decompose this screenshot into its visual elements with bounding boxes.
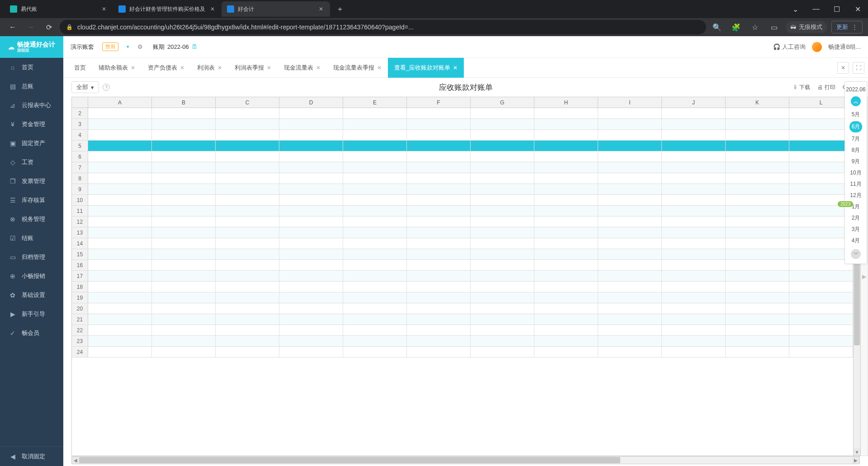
cell[interactable] (343, 292, 407, 303)
cell[interactable] (534, 227, 598, 238)
cell[interactable] (662, 347, 726, 357)
browser-tab[interactable]: 易代账 ✕ (5, 1, 113, 17)
cell[interactable] (662, 336, 726, 346)
cell[interactable] (662, 227, 726, 238)
cell[interactable] (789, 249, 853, 259)
cell[interactable] (343, 314, 407, 325)
cell[interactable] (152, 238, 216, 249)
cell[interactable] (216, 141, 279, 151)
sidebar-item[interactable]: ❐发票管理 (0, 172, 63, 191)
close-icon[interactable]: ✕ (316, 65, 321, 71)
filter-dropdown[interactable]: 全部 ▾ (71, 81, 99, 93)
cell[interactable] (152, 173, 216, 184)
row-header[interactable]: 2 (72, 108, 88, 118)
cell[interactable] (152, 347, 216, 357)
cell[interactable] (407, 282, 471, 292)
row-header[interactable]: 24 (72, 347, 88, 357)
close-icon[interactable]: ✕ (317, 5, 325, 13)
cell[interactable] (152, 184, 216, 194)
cell[interactable] (789, 303, 853, 314)
cell[interactable] (88, 206, 152, 216)
table-row[interactable]: 5 (72, 141, 853, 151)
cell[interactable] (662, 314, 726, 325)
cell[interactable] (598, 271, 662, 281)
cell[interactable] (88, 151, 152, 162)
cell[interactable] (279, 336, 343, 346)
cell[interactable] (789, 227, 853, 238)
cell[interactable] (152, 282, 216, 292)
cell[interactable] (534, 130, 598, 140)
cell[interactable] (662, 119, 726, 129)
table-row[interactable]: 8 (72, 173, 853, 184)
sidebar-item[interactable]: ¥资金管理 (0, 115, 63, 134)
sidebar-item[interactable]: ✿基础设置 (0, 286, 63, 305)
month-item[interactable]: 12月 (845, 190, 867, 201)
row-header[interactable]: 3 (72, 119, 88, 129)
cell[interactable] (152, 108, 216, 118)
cell[interactable] (726, 206, 789, 216)
cell[interactable] (343, 325, 407, 335)
maximize-button[interactable]: ☐ (826, 0, 847, 18)
sidebar-item[interactable]: ▶新手引导 (0, 305, 63, 324)
cell[interactable] (662, 184, 726, 194)
cell[interactable] (407, 292, 471, 303)
table-row[interactable]: 7 (72, 162, 853, 173)
cell[interactable] (343, 108, 407, 118)
cell[interactable] (789, 260, 853, 270)
cell[interactable] (88, 271, 152, 281)
cell[interactable] (88, 347, 152, 357)
forward-button[interactable]: → (24, 20, 38, 34)
cell[interactable] (471, 336, 534, 346)
cell[interactable] (662, 141, 726, 151)
cell[interactable] (789, 336, 853, 346)
cell[interactable] (471, 227, 534, 238)
cell[interactable] (88, 130, 152, 140)
cell[interactable] (534, 314, 598, 325)
cell[interactable] (598, 173, 662, 184)
extension-icon[interactable]: 🧩 (729, 20, 743, 34)
cell[interactable] (726, 173, 789, 184)
cell[interactable] (152, 303, 216, 314)
month-item[interactable]: 11月 (845, 179, 867, 190)
cell[interactable] (279, 173, 343, 184)
month-item[interactable]: 7月 (845, 133, 867, 145)
table-row[interactable]: 11 (72, 206, 853, 217)
cell[interactable] (534, 325, 598, 335)
scroll-up-button[interactable]: ︽ (851, 96, 861, 106)
cell[interactable] (407, 249, 471, 259)
cell[interactable] (343, 162, 407, 173)
cell[interactable] (471, 119, 534, 129)
cell[interactable] (662, 249, 726, 259)
cell[interactable] (279, 260, 343, 270)
cell[interactable] (407, 303, 471, 314)
cell[interactable] (534, 195, 598, 205)
cell[interactable] (279, 271, 343, 281)
cell[interactable] (216, 162, 279, 173)
cell[interactable] (216, 271, 279, 281)
app-logo[interactable]: ☁ 畅捷通好会计 旗舰版 (0, 36, 63, 58)
cell[interactable] (216, 314, 279, 325)
cell[interactable] (726, 271, 789, 281)
cell[interactable] (726, 260, 789, 270)
table-row[interactable]: 16 (72, 260, 853, 271)
doc-tab[interactable]: 现金流量表季报✕ (327, 58, 388, 78)
horizontal-scrollbar[interactable]: ◀ ▶ (71, 456, 860, 464)
row-header[interactable]: 9 (72, 184, 88, 194)
cell[interactable] (343, 141, 407, 151)
cell[interactable] (662, 195, 726, 205)
column-header[interactable]: B (152, 97, 216, 108)
cell[interactable] (343, 130, 407, 140)
cell[interactable] (407, 271, 471, 281)
cell[interactable] (152, 271, 216, 281)
cell[interactable] (598, 260, 662, 270)
zoom-icon[interactable]: 🔍 (710, 20, 724, 34)
cell[interactable] (343, 249, 407, 259)
cell[interactable] (598, 206, 662, 216)
cell[interactable] (216, 238, 279, 249)
cell[interactable] (471, 162, 534, 173)
cell[interactable] (534, 303, 598, 314)
cell[interactable] (471, 108, 534, 118)
new-tab-button[interactable]: ＋ (334, 3, 346, 15)
cell[interactable] (216, 292, 279, 303)
column-header[interactable]: L (789, 97, 853, 108)
